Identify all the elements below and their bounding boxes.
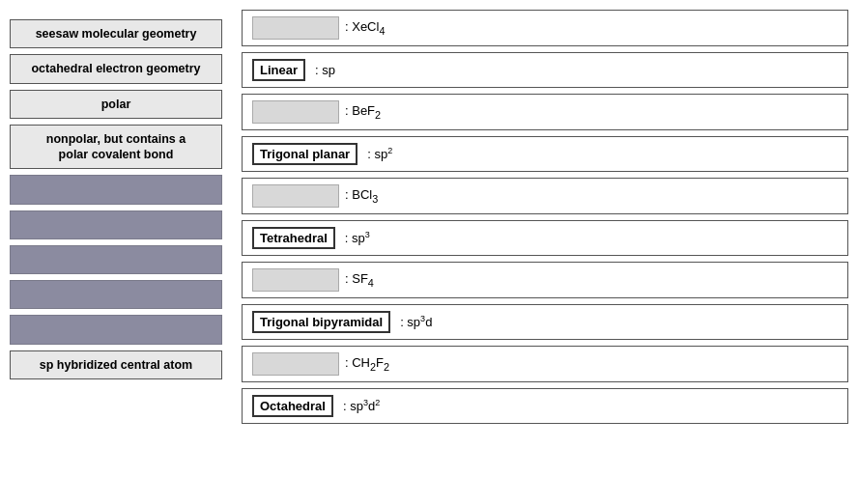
left-item-seesaw[interactable]: seesaw molecular geometry: [10, 19, 222, 48]
left-column: seesaw molecular geometry octahedral ele…: [10, 10, 222, 424]
right-row-6: Tetrahedral : sp3: [242, 220, 848, 256]
row2-text: : sp: [315, 63, 335, 77]
right-row-1: : XeCl4: [242, 10, 848, 46]
row3-text: : BeF2: [345, 103, 381, 121]
label-trigonal-bipyramidal[interactable]: Trigonal bipyramidal: [252, 311, 390, 333]
left-item-blank2[interactable]: [10, 210, 222, 239]
left-item-nonpolar[interactable]: nonpolar, but contains apolar covalent b…: [10, 125, 222, 170]
answer-box-7[interactable]: [252, 268, 339, 292]
right-row-10: Octahedral : sp3d2: [242, 388, 848, 424]
left-item-sp-hybrid[interactable]: sp hybridized central atom: [10, 350, 222, 379]
left-item-blank3[interactable]: [10, 245, 222, 274]
row9-text: : CH2F2: [345, 355, 389, 373]
left-item-blank1[interactable]: [10, 175, 222, 204]
left-item-blank5[interactable]: [10, 315, 222, 344]
answer-box-5[interactable]: [252, 184, 339, 208]
row7-text: : SF4: [345, 271, 374, 289]
left-item-octahedral[interactable]: octahedral electron geometry: [10, 54, 222, 83]
answer-box-9[interactable]: [252, 352, 339, 376]
answer-box-3[interactable]: [252, 100, 339, 124]
label-trigonal-planar[interactable]: Trigonal planar: [252, 143, 358, 165]
right-row-5: : BCl3: [242, 178, 848, 214]
right-row-8: Trigonal bipyramidal : sp3d: [242, 304, 848, 340]
row4-text: : sp2: [367, 146, 392, 161]
left-item-polar[interactable]: polar: [10, 90, 222, 119]
right-column: : XeCl4 Linear : sp : BeF2 Trigonal plan…: [242, 10, 848, 424]
main-container: seesaw molecular geometry octahedral ele…: [10, 10, 848, 424]
row10-text: : sp3d2: [343, 398, 380, 413]
label-tetrahedral[interactable]: Tetrahedral: [252, 227, 335, 249]
row5-text: : BCl3: [345, 187, 378, 205]
right-row-7: : SF4: [242, 262, 848, 298]
row8-text: : sp3d: [400, 314, 432, 329]
label-linear[interactable]: Linear: [252, 59, 305, 81]
label-octahedral[interactable]: Octahedral: [252, 395, 333, 417]
left-item-blank4[interactable]: [10, 280, 222, 309]
right-row-3: : BeF2: [242, 94, 848, 130]
right-row-9: : CH2F2: [242, 346, 848, 382]
right-row-2: Linear : sp: [242, 52, 848, 88]
row6-text: : sp3: [345, 230, 370, 245]
answer-box-1[interactable]: [252, 16, 339, 40]
right-row-4: Trigonal planar : sp2: [242, 136, 848, 172]
row1-text: : XeCl4: [345, 19, 385, 37]
